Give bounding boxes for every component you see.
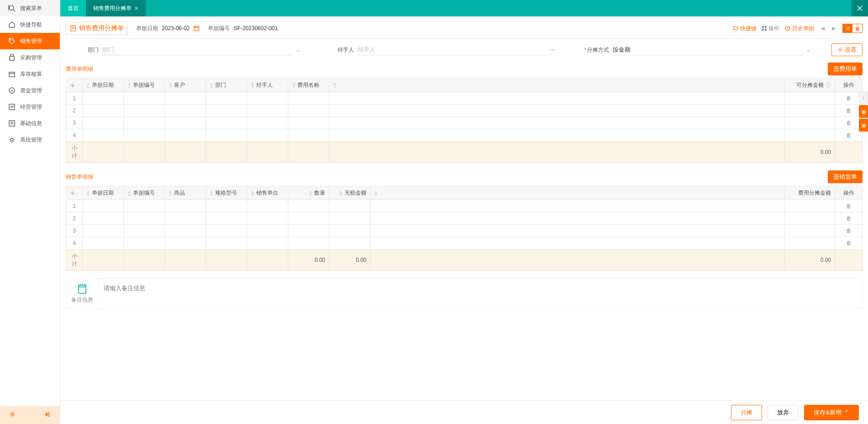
col-dept[interactable]: ▲▼部门 [206, 79, 247, 92]
pick-sales-button[interactable]: 选销货单 [828, 170, 863, 183]
table-row[interactable]: 3🗑 [66, 225, 863, 237]
expense-title: 费用单明细 [66, 65, 93, 73]
col-date[interactable]: ▲▼单据日期 [83, 79, 124, 92]
sidebar-item-funds[interactable]: ¥ 资金管理 [0, 82, 60, 99]
sidebar-item-label: 资金管理 [20, 87, 42, 95]
col-expname[interactable]: ▲▼费用名称 [288, 79, 329, 92]
delete-icon[interactable]: 🗑 [846, 107, 852, 114]
gear-header[interactable] [66, 79, 83, 92]
gear-header[interactable] [66, 186, 83, 200]
delete-icon[interactable]: 🗑 [846, 132, 852, 138]
col-no[interactable]: ▲▼单据编号 [124, 79, 165, 92]
table-row[interactable]: 4🗑 [66, 129, 863, 142]
tab-current[interactable]: 销售费用分摊单 ✕ [86, 0, 146, 16]
svg-rect-5 [9, 72, 15, 77]
delete-icon[interactable]: 🗑 [846, 120, 852, 126]
sidebar-item-inventory[interactable]: 库存核算 [0, 66, 60, 82]
date-value[interactable]: 2023-06-02 [162, 25, 190, 32]
handler-input[interactable] [358, 44, 547, 55]
next-icon[interactable]: ▶ [831, 25, 837, 32]
table-row[interactable]: 3🗑 [66, 117, 863, 129]
table-row[interactable]: 4🗑 [66, 237, 863, 249]
chevron-up-icon: ⌃ [844, 409, 849, 416]
col-spec[interactable]: ▲▼规格型号 [206, 186, 247, 200]
prev-icon[interactable]: ◀ [820, 25, 826, 32]
col-amt[interactable]: ▲▼无税金额 [329, 186, 370, 200]
float-tab-2[interactable]: ▣ [859, 105, 868, 118]
float-tab-3[interactable]: ▣ [859, 119, 868, 132]
col-date[interactable]: ▲▼单据日期 [83, 186, 124, 200]
settings-icon[interactable] [9, 411, 16, 419]
search-icon [8, 5, 16, 12]
delete-icon[interactable]: 🗑 [846, 215, 852, 222]
svg-point-13 [11, 138, 13, 141]
delete-icon[interactable]: 🗑 [846, 203, 852, 209]
chevron-down-icon[interactable]: ⌄ [293, 47, 303, 53]
col-alloc[interactable]: 可分摊金额ⓘ [785, 79, 835, 92]
view-grid[interactable]: ▦ [852, 24, 863, 33]
form-row: 部门 ⌄ 经手人 ⋯ *分摊方式 ⌄ [66, 43, 863, 56]
history-icon [785, 26, 790, 31]
sidebar-item-system[interactable]: 系统管理 [0, 132, 60, 148]
col-customer[interactable]: ▲▼客户 [165, 79, 206, 92]
sidebar-search[interactable]: 搜索菜单 [0, 0, 60, 16]
svg-text:¥: ¥ [11, 89, 13, 93]
collapse-icon[interactable] [43, 411, 51, 419]
discard-button[interactable]: 放弃 [767, 405, 799, 420]
pick-expense-button[interactable]: 选费用单 [828, 63, 863, 75]
svg-point-14 [11, 413, 13, 415]
view-list[interactable]: ☰ [842, 24, 852, 33]
col-product[interactable]: ▲▼商品 [165, 186, 206, 200]
tabs-close-all[interactable] [852, 0, 868, 16]
col-blank[interactable]: ▲▼ [370, 186, 785, 200]
col-no[interactable]: ▲▼单据编号 [124, 186, 165, 200]
keyboard-icon [733, 26, 738, 31]
ops-link[interactable]: 操作 [762, 25, 779, 32]
table-row[interactable]: 2🗑 [66, 212, 863, 225]
remarks-input[interactable] [98, 279, 862, 304]
more-icon[interactable]: ⋯ [547, 47, 558, 53]
expense-section-header: 费用单明细 选费用单 [66, 63, 863, 75]
note-icon [77, 283, 88, 294]
col-blank[interactable]: ▲▼ [329, 79, 785, 92]
chevron-down-icon[interactable]: ⌄ [803, 47, 813, 53]
table-row[interactable]: 1🗑 [66, 200, 863, 212]
col-handler[interactable]: ▲▼经手人 [247, 79, 288, 92]
tab-home[interactable]: 首页 [60, 0, 86, 16]
svg-point-3 [10, 39, 11, 40]
sidebar-item-quicknav[interactable]: 快捷导航 [0, 16, 60, 33]
number-value: SF-20230602-001 [233, 25, 278, 32]
delete-icon[interactable]: 🗑 [846, 240, 852, 246]
save-new-button[interactable]: 保存&新增 ⌃ [804, 405, 859, 420]
settings-button[interactable]: 设置 [831, 43, 863, 56]
float-tab-1[interactable]: ‹ [859, 91, 868, 104]
remarks-label: 备注信息 [71, 296, 93, 304]
svg-point-0 [9, 5, 14, 10]
dept-input[interactable] [102, 44, 293, 55]
sidebar-item-biz[interactable]: 经营管理 [0, 99, 60, 115]
method-input[interactable] [613, 44, 803, 55]
col-allocamt[interactable]: 费用分摊金额 [785, 186, 835, 200]
doc-icon [70, 25, 76, 32]
table-row[interactable]: 2🗑 [66, 105, 863, 117]
sidebar-item-purchase[interactable]: 采购管理 [0, 49, 60, 66]
svg-rect-29 [765, 29, 767, 31]
svg-rect-25 [733, 27, 738, 30]
shortcut-link[interactable]: 快捷键 [733, 25, 757, 32]
calendar-icon[interactable] [193, 25, 200, 32]
allocate-button[interactable]: 分摊 [731, 405, 762, 420]
delete-icon[interactable]: 🗑 [846, 228, 852, 234]
dept-field: 部门 ⌄ [66, 44, 303, 55]
close-icon[interactable]: ✕ [134, 5, 138, 11]
content: 销售费用分摊单 单据日期 2023-06-02 单据编号 SF-20230602… [60, 16, 868, 400]
sidebar-item-base[interactable]: 基础信息 [0, 115, 60, 132]
col-qty[interactable]: ▲▼数量 [288, 186, 329, 200]
tab-home-label: 首页 [68, 5, 79, 12]
col-unit[interactable]: ▲▼销售单位 [247, 186, 288, 200]
history-link[interactable]: 历史单据 [785, 25, 814, 32]
table-row[interactable]: 1🗑 [66, 92, 863, 105]
delete-icon[interactable]: 🗑 [846, 95, 852, 101]
svg-rect-21 [194, 26, 199, 31]
sidebar-item-sales[interactable]: 销售管理 [0, 33, 60, 49]
help-icon[interactable]: ⓘ [826, 82, 831, 88]
